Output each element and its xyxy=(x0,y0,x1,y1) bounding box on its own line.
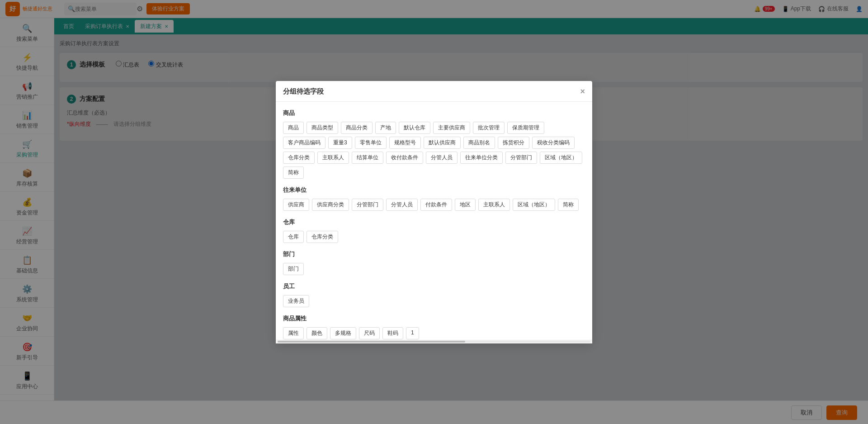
field-tag-goods-13[interactable]: 商品别名 xyxy=(463,137,495,149)
field-tag-cp-7[interactable]: 区域（地区） xyxy=(513,199,555,211)
modal-title: 分组待选字段 xyxy=(283,87,324,96)
field-tag-goods-15[interactable]: 税收分类编码 xyxy=(532,137,575,149)
field-tag-goods-9[interactable]: 重量3 xyxy=(328,137,352,149)
field-tag-wh-0[interactable]: 仓库 xyxy=(283,231,304,243)
field-tags-warehouse: 仓库 仓库分类 xyxy=(283,231,585,243)
hscroll-track xyxy=(278,341,590,343)
field-tag-dept-0[interactable]: 部门 xyxy=(283,263,304,275)
field-tag-goods-22[interactable]: 分管部门 xyxy=(505,152,537,164)
modal-backdrop: 分组待选字段 × 商品 商品 商品类型 商品分类 产地 默认仓库 主要供应商 批… xyxy=(0,0,868,424)
field-tags-goods-attr: 属性 颜色 多规格 尺码 鞋码 1 xyxy=(283,327,585,339)
field-tag-attr-2[interactable]: 多规格 xyxy=(330,327,356,339)
field-tag-goods-1[interactable]: 商品类型 xyxy=(307,122,338,134)
field-tag-goods-2[interactable]: 商品分类 xyxy=(341,122,373,134)
field-group-warehouse: 仓库 仓库 仓库分类 xyxy=(283,218,585,243)
field-group-warehouse-title: 仓库 xyxy=(283,218,585,226)
field-tag-cp-0[interactable]: 供应商 xyxy=(283,199,309,211)
field-tag-cp-5[interactable]: 地区 xyxy=(455,199,476,211)
hscroll-thumb[interactable] xyxy=(278,341,465,343)
field-tag-goods-3[interactable]: 产地 xyxy=(375,122,396,134)
modal-header: 分组待选字段 × xyxy=(276,81,592,102)
field-tag-cp-1[interactable]: 供应商分类 xyxy=(312,199,349,211)
field-tag-attr-4[interactable]: 鞋码 xyxy=(382,327,403,339)
field-tag-goods-17[interactable]: 主联系人 xyxy=(317,152,349,164)
field-group-goods-attr: 商品属性 属性 颜色 多规格 尺码 鞋码 1 xyxy=(283,314,585,339)
field-group-goods-attr-title: 商品属性 xyxy=(283,314,585,323)
field-tag-goods-21[interactable]: 往来单位分类 xyxy=(460,152,503,164)
field-tag-cp-3[interactable]: 分管人员 xyxy=(386,199,418,211)
field-tag-goods-16[interactable]: 仓库分类 xyxy=(283,152,315,164)
field-tag-emp-0[interactable]: 业务员 xyxy=(283,295,309,307)
field-group-goods: 商品 商品 商品类型 商品分类 产地 默认仓库 主要供应商 批次管理 保质期管理… xyxy=(283,109,585,179)
field-tag-attr-5[interactable]: 1 xyxy=(406,327,419,339)
field-group-department: 部门 部门 xyxy=(283,250,585,275)
field-select-modal: 分组待选字段 × 商品 商品 商品类型 商品分类 产地 默认仓库 主要供应商 批… xyxy=(276,81,592,343)
field-tag-goods-10[interactable]: 零售单位 xyxy=(355,137,387,149)
field-tag-attr-1[interactable]: 颜色 xyxy=(307,327,327,339)
field-group-employee-title: 员工 xyxy=(283,282,585,291)
field-group-goods-title: 商品 xyxy=(283,109,585,117)
field-tag-goods-18[interactable]: 结算单位 xyxy=(352,152,383,164)
modal-body: 商品 商品 商品类型 商品分类 产地 默认仓库 主要供应商 批次管理 保质期管理… xyxy=(276,102,592,340)
field-tag-goods-19[interactable]: 收付款条件 xyxy=(386,152,423,164)
field-group-employee: 员工 业务员 xyxy=(283,282,585,307)
field-tag-goods-11[interactable]: 规格型号 xyxy=(389,137,421,149)
field-group-counterpart-title: 往来单位 xyxy=(283,186,585,194)
modal-close-btn[interactable]: × xyxy=(580,87,585,95)
field-tag-goods-24[interactable]: 简称 xyxy=(283,167,304,179)
field-tag-cp-6[interactable]: 主联系人 xyxy=(478,199,510,211)
field-tag-goods-7[interactable]: 保质期管理 xyxy=(507,122,544,134)
field-tag-goods-5[interactable]: 主要供应商 xyxy=(433,122,470,134)
field-tag-goods-0[interactable]: 商品 xyxy=(283,122,304,134)
field-tag-attr-0[interactable]: 属性 xyxy=(283,327,304,339)
field-tag-goods-4[interactable]: 默认仓库 xyxy=(399,122,430,134)
field-tag-goods-14[interactable]: 拣货积分 xyxy=(498,137,529,149)
field-tag-goods-20[interactable]: 分管人员 xyxy=(426,152,458,164)
modal-hscroll xyxy=(276,340,592,343)
field-tag-goods-12[interactable]: 默认供应商 xyxy=(424,137,461,149)
field-tags-department: 部门 xyxy=(283,263,585,275)
field-group-department-title: 部门 xyxy=(283,250,585,258)
field-tag-goods-6[interactable]: 批次管理 xyxy=(473,122,505,134)
field-tag-cp-8[interactable]: 简称 xyxy=(558,199,579,211)
field-tag-goods-23[interactable]: 区域（地区） xyxy=(540,152,582,164)
field-tags-goods: 商品 商品类型 商品分类 产地 默认仓库 主要供应商 批次管理 保质期管理 客户… xyxy=(283,122,585,179)
field-group-counterpart: 往来单位 供应商 供应商分类 分管部门 分管人员 付款条件 地区 主联系人 区域… xyxy=(283,186,585,211)
field-tag-wh-1[interactable]: 仓库分类 xyxy=(307,231,338,243)
field-tag-cp-4[interactable]: 付款条件 xyxy=(420,199,452,211)
field-tags-employee: 业务员 xyxy=(283,295,585,307)
field-tags-counterpart: 供应商 供应商分类 分管部门 分管人员 付款条件 地区 主联系人 区域（地区） … xyxy=(283,199,585,211)
field-tag-goods-8[interactable]: 客户商品编码 xyxy=(283,137,326,149)
field-tag-attr-3[interactable]: 尺码 xyxy=(359,327,380,339)
field-tag-cp-2[interactable]: 分管部门 xyxy=(352,199,383,211)
